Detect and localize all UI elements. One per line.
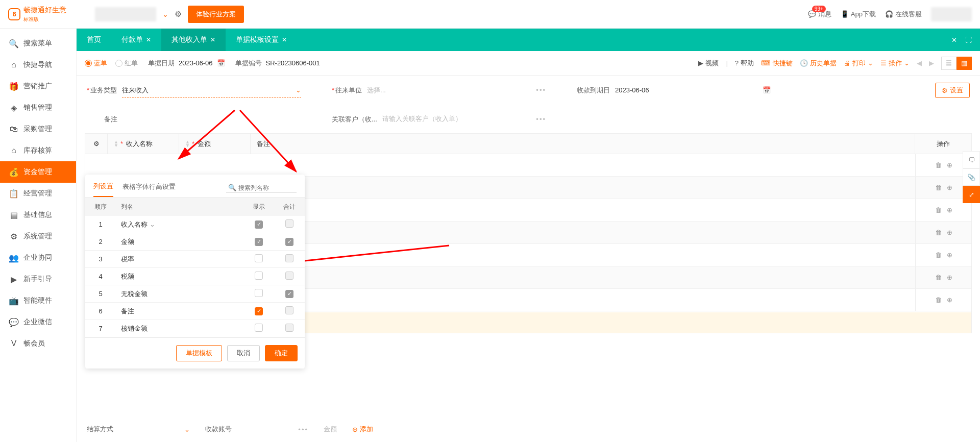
due-date-input[interactable]: 2023-06-06 📅 <box>615 84 771 96</box>
help-action[interactable]: ?帮助 <box>735 59 754 68</box>
sidebar-item-1[interactable]: ⌂快捷导航 <box>0 54 76 76</box>
view-grid-icon[interactable]: ▦ <box>957 57 972 70</box>
tab-column-settings[interactable]: 列设置 <box>93 182 113 197</box>
more-icon[interactable]: ••• <box>536 86 546 94</box>
org-selector[interactable] <box>95 7 156 21</box>
radio-red[interactable]: 红单 <box>115 59 138 68</box>
tab-3[interactable]: 单据模板设置✕ <box>226 29 297 51</box>
operate-action[interactable]: ☰操作⌄ <box>880 59 910 68</box>
shortcut-action[interactable]: ⌨快捷键 <box>761 59 793 68</box>
calendar-icon[interactable]: 📅 <box>763 86 771 94</box>
copy-icon[interactable]: ⊕ <box>947 296 952 304</box>
user-avatar[interactable] <box>931 7 972 21</box>
ok-button[interactable]: 确定 <box>265 345 298 361</box>
copy-icon[interactable]: ⊕ <box>947 161 952 169</box>
account-select[interactable]: ••• <box>237 426 308 433</box>
radio-blue[interactable]: 蓝单 <box>85 59 107 68</box>
history-action[interactable]: 🕓历史单据 <box>800 59 837 68</box>
copy-icon[interactable]: ⊕ <box>947 184 952 191</box>
remark-input[interactable] <box>122 117 301 121</box>
sidebar-item-8[interactable]: ▤基础信息 <box>0 204 76 226</box>
sidebar-item-5[interactable]: ⌂库存核算 <box>0 140 76 161</box>
checkbox-icon[interactable] <box>255 272 263 280</box>
sidebar-item-6[interactable]: 💰资金管理 <box>0 161 76 183</box>
sidebar-item-0[interactable]: 🔍搜索菜单 <box>0 33 76 54</box>
float-note-icon[interactable]: 🗨 <box>963 151 980 168</box>
checkbox-checked-icon[interactable]: ✓ <box>255 307 263 315</box>
next-icon[interactable]: ▶ <box>929 59 934 67</box>
cancel-button[interactable]: 取消 <box>227 345 260 361</box>
delete-icon[interactable]: 🗑 <box>935 184 942 191</box>
search-input[interactable] <box>238 184 295 191</box>
sidebar-item-10[interactable]: 👥企业协同 <box>0 247 76 268</box>
copy-icon[interactable]: ⊕ <box>947 229 952 236</box>
settings-button[interactable]: ⚙ 设置 <box>935 83 970 98</box>
customer-input[interactable]: 请输入关联客户（收入单） ••• <box>382 112 546 126</box>
checkbox-icon[interactable] <box>255 254 263 262</box>
delete-icon[interactable]: 🗑 <box>935 251 942 259</box>
col-amount[interactable]: ▲▼ *金额 <box>179 134 251 154</box>
calendar-icon[interactable]: 📅 <box>217 59 225 67</box>
col-income[interactable]: ▲▼ *收入名称 <box>108 134 179 154</box>
delete-icon[interactable]: 🗑 <box>935 296 942 304</box>
gear-icon[interactable]: ⚙ <box>175 9 182 19</box>
video-action[interactable]: ▶视频 <box>698 59 719 68</box>
popup-row-2[interactable]: 3税率 <box>85 251 305 268</box>
unit-select[interactable]: 选择... ••• <box>367 84 546 97</box>
sidebar-item-4[interactable]: 🛍采购管理 <box>0 118 76 140</box>
popup-search[interactable]: 🔍 <box>226 183 297 193</box>
col-remark[interactable]: 备注 <box>251 134 915 154</box>
grid-settings-icon[interactable]: ⚙ <box>85 134 108 154</box>
popup-row-5[interactable]: 6备注✓ <box>85 303 305 320</box>
prev-icon[interactable]: ◀ <box>917 59 922 67</box>
print-action[interactable]: 🖨打印⌄ <box>844 59 873 68</box>
biz-type-select[interactable]: 往来收入 ⌄ <box>122 84 301 97</box>
close-icon[interactable]: ✕ <box>210 36 215 43</box>
popup-row-1[interactable]: 2金额✓✓ <box>85 233 305 251</box>
checkbox-icon[interactable] <box>255 324 263 332</box>
template-button[interactable]: 单据模板 <box>176 345 222 361</box>
app-download-link[interactable]: 📱 App下载 <box>841 10 876 19</box>
sidebar-item-14[interactable]: V畅会员 <box>0 333 76 354</box>
popup-row-3[interactable]: 4税额 <box>85 268 305 285</box>
float-expand-icon[interactable]: ⤢ <box>963 186 980 203</box>
popup-row-6[interactable]: 7核销金额 <box>85 320 305 337</box>
messages-link[interactable]: 💬 消息 99+ <box>808 10 831 19</box>
delete-icon[interactable]: 🗑 <box>935 229 942 236</box>
copy-icon[interactable]: ⊕ <box>947 251 952 259</box>
chevron-down-icon[interactable]: ⌄ <box>162 10 168 18</box>
tab-2[interactable]: 其他收入单✕ <box>161 29 226 51</box>
checkbox-icon[interactable] <box>255 289 263 297</box>
delete-icon[interactable]: 🗑 <box>935 161 942 169</box>
sidebar-item-12[interactable]: 📺智能硬件 <box>0 290 76 311</box>
close-icon[interactable]: ✕ <box>282 36 287 43</box>
trial-button[interactable]: 体验行业方案 <box>188 6 244 23</box>
online-service-link[interactable]: 🎧 在线客服 <box>885 10 922 19</box>
sidebar-item-9[interactable]: ⚙系统管理 <box>0 226 76 247</box>
copy-icon[interactable]: ⊕ <box>947 206 952 214</box>
sidebar-item-2[interactable]: 🎁营销推广 <box>0 76 76 97</box>
popup-row-0[interactable]: 1收入名称 ⌄✓ <box>85 216 305 233</box>
add-button[interactable]: ⊕ 添加 <box>352 425 373 434</box>
sidebar-item-3[interactable]: ◈销售管理 <box>0 97 76 118</box>
delete-icon[interactable]: 🗑 <box>935 274 942 281</box>
more-icon[interactable]: ••• <box>536 115 546 123</box>
delete-icon[interactable]: 🗑 <box>935 206 942 214</box>
tab-0[interactable]: 首页 <box>77 29 111 51</box>
settle-method-select[interactable]: ⌄ <box>118 426 190 433</box>
sidebar-item-11[interactable]: ▶新手引导 <box>0 268 76 290</box>
tab-expand-icon[interactable]: ⛶ <box>963 34 974 46</box>
tab-1[interactable]: 付款单✕ <box>111 29 161 51</box>
popup-row-4[interactable]: 5无税金额✓ <box>85 285 305 303</box>
table-row[interactable]: 🗑⊕ <box>85 154 971 177</box>
close-icon[interactable]: ✕ <box>146 36 151 43</box>
copy-icon[interactable]: ⊕ <box>947 274 952 281</box>
doc-date-value[interactable]: 2023-06-06 <box>179 59 213 67</box>
tab-close-all-icon[interactable]: ✕ <box>949 34 959 46</box>
view-list-icon[interactable]: ☰ <box>941 57 957 70</box>
float-attach-icon[interactable]: 📎 <box>963 168 980 186</box>
sidebar-item-7[interactable]: 📋经营管理 <box>0 183 76 204</box>
chevron-down-icon[interactable]: ⌄ <box>150 220 155 228</box>
sidebar-item-13[interactable]: 💬企业微信 <box>0 311 76 333</box>
tab-font-settings[interactable]: 表格字体行高设置 <box>122 182 176 197</box>
